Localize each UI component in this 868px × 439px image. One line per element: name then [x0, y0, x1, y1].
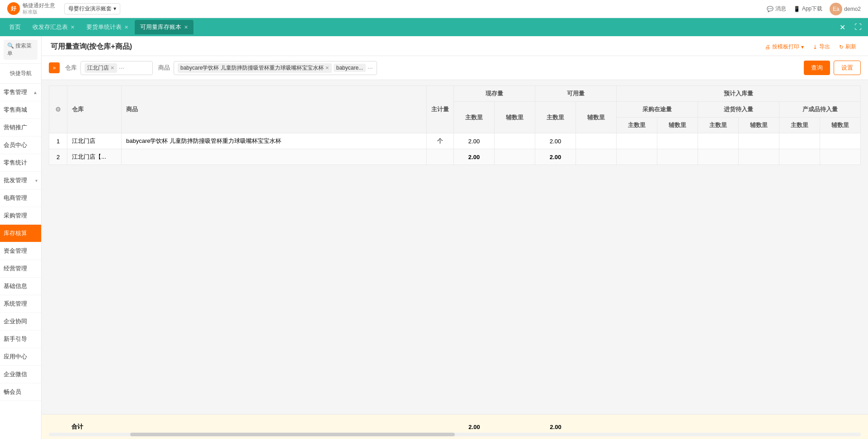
- finance-mgmt-label: 资金管理: [4, 247, 27, 255]
- message-btn[interactable]: 💬 消息: [767, 5, 786, 13]
- refresh-btn[interactable]: ↻ 刷新: [836, 42, 859, 52]
- sidebar-item-basic-info[interactable]: 基础信息: [0, 278, 41, 295]
- query-button[interactable]: 查询: [804, 61, 830, 75]
- product-filter-more-icon[interactable]: ···: [368, 64, 373, 71]
- warehouse-filter-more-icon[interactable]: ···: [119, 64, 124, 71]
- cell-seq-2: 2: [49, 149, 67, 165]
- th-avail-aux: 辅数里: [576, 102, 617, 133]
- th-seq: ⚙: [49, 86, 67, 133]
- sidebar-item-retail-shop[interactable]: 零售商城: [0, 101, 41, 119]
- horizontal-scrollbar[interactable]: [42, 432, 868, 437]
- chevron-down-icon: ▾: [113, 5, 116, 12]
- enterprise-wechat-label: 企业微信: [4, 370, 27, 378]
- tab-bar: 首页 收发存汇总表 ✕ 要货单统计表 ✕ 可用量库存账本 ✕ ✕ ⛶: [0, 18, 868, 36]
- sidebar-item-member-center[interactable]: 会员中心: [0, 137, 41, 154]
- search-menu-btn[interactable]: 🔍 搜索菜单: [4, 40, 38, 60]
- sidebar-item-ecommerce-mgmt[interactable]: 电商管理: [0, 189, 41, 207]
- newbie-guide-label: 新手引导: [4, 335, 27, 343]
- filter-expand-btn[interactable]: »: [49, 62, 60, 73]
- th-main-unit: 主计量: [427, 86, 454, 133]
- setting-button[interactable]: 设置: [834, 61, 861, 75]
- business-mgmt-label: 经营管理: [4, 264, 27, 273]
- cell-purchase-aux-2: [657, 149, 698, 165]
- retail-mgmt-label: 零售管理: [4, 88, 27, 96]
- tab-order-stats[interactable]: 要货单统计表 ✕: [81, 20, 134, 34]
- product-tag1-close-icon[interactable]: ✕: [325, 65, 329, 71]
- cell-inbound-main-1: [698, 133, 739, 149]
- th-current-main: 主数里: [454, 102, 495, 133]
- warehouse-tag-close-icon[interactable]: ✕: [110, 65, 114, 71]
- sidebar-item-app-center[interactable]: 应用中心: [0, 348, 41, 366]
- th-inbound-pending: 进货待入量: [698, 102, 779, 118]
- sidebar-item-enterprise-wechat[interactable]: 企业微信: [0, 366, 41, 383]
- sidebar-item-enterprise-collab[interactable]: 企业协同: [0, 313, 41, 330]
- sidebar-item-retail-mgmt[interactable]: 零售管理 ▲: [0, 84, 41, 101]
- cell-inbound-aux-2: [739, 149, 779, 165]
- sidebar-item-system-mgmt[interactable]: 系统管理: [0, 295, 41, 313]
- sidebar-item-inventory-check[interactable]: 库存核算: [0, 225, 41, 242]
- sidebar-menu: 零售管理 ▲ 零售商城 营销推广 会员中心 零售统计 批发管理 ▾ 电商管理: [0, 84, 41, 401]
- available-stock-label: 可用量库存账本: [140, 23, 181, 31]
- top-bar-right: 💬 消息 📱 App下载 Ea demo2: [767, 3, 861, 15]
- tab-available-stock[interactable]: 可用量库存账本 ✕: [135, 20, 193, 34]
- close-available-stock-icon[interactable]: ✕: [184, 24, 188, 30]
- scrollbar-track: [49, 433, 861, 436]
- product-filter-tag1: babycare学饮杯 儿童防摔防撞吸管杯重力球吸嘴杯宝宝水杯 ✕: [178, 63, 332, 73]
- enterprise-collab-label: 企业协同: [4, 317, 27, 326]
- cell-production-main-1: [779, 133, 820, 149]
- warehouse-filter-input[interactable]: 江北门店 ✕ ···: [80, 61, 153, 75]
- sidebar-item-marketing[interactable]: 营销推广: [0, 119, 41, 137]
- sidebar-item-newbie-guide[interactable]: 新手引导: [0, 330, 41, 348]
- print-icon: 🖨: [765, 44, 770, 50]
- table-area: ⚙ 仓库 商品 主计量 现存量 可用量 预计入库量 主数里 辅数里 主数里 辅数…: [42, 80, 868, 414]
- product-filter-input[interactable]: babycare学饮杯 儿童防摔防撞吸管杯重力球吸嘴杯宝宝水杯 ✕ babyca…: [174, 61, 377, 75]
- page-header: 可用量查询(按仓库+商品) 🖨 按模板打印 ▾ ⤓ 导出 ↻ 刷新: [42, 36, 868, 56]
- sidebar-item-purchase-mgmt[interactable]: 采购管理: [0, 207, 41, 225]
- industry-selector[interactable]: 母婴行业演示账套 ▾: [64, 3, 120, 14]
- cell-inbound-aux-1: [739, 133, 779, 149]
- cell-inbound-main-2: [698, 149, 739, 165]
- close-order-stats-icon[interactable]: ✕: [124, 24, 128, 30]
- close-receive-summary-icon[interactable]: ✕: [71, 24, 75, 30]
- top-bar: 好 畅捷通好生意 标准版 母婴行业演示账套 ▾ 💬 消息 📱 App下载 Ea …: [0, 0, 868, 18]
- print-btn[interactable]: 🖨 按模板打印 ▾: [762, 42, 807, 52]
- sidebar-quick-nav[interactable]: 快捷导航: [0, 66, 41, 80]
- th-planned-inbound: 预计入库量: [617, 86, 861, 102]
- maximize-btn[interactable]: ⛶: [852, 22, 864, 32]
- th-purchase-main: 主数里: [617, 118, 657, 133]
- export-btn[interactable]: ⤓ 导出: [810, 42, 833, 52]
- top-bar-left: 好 畅捷通好生意 标准版 母婴行业演示账套 ▾: [7, 2, 120, 15]
- user-profile[interactable]: Ea demo2: [830, 3, 861, 15]
- scrollbar-thumb[interactable]: [130, 433, 455, 436]
- gear-icon[interactable]: ⚙: [55, 106, 61, 113]
- product-filter-group: 商品 babycare学饮杯 儿童防摔防撞吸管杯重力球吸嘴杯宝宝水杯 ✕ bab…: [158, 61, 377, 75]
- sidebar-item-business-mgmt[interactable]: 经营管理: [0, 260, 41, 278]
- th-production-main: 主数里: [779, 118, 820, 133]
- cell-production-main-2: [779, 149, 820, 165]
- logo-icon: 好: [7, 2, 20, 15]
- app-center-label: 应用中心: [4, 353, 27, 361]
- retail-mgmt-arrow: ▲: [33, 90, 38, 95]
- filter-actions: 查询 设置: [804, 61, 861, 75]
- home-tab-label: 首页: [9, 23, 21, 31]
- download-icon: 📱: [793, 6, 800, 12]
- tab-home[interactable]: 首页: [4, 20, 26, 34]
- cell-current-aux-1: [495, 133, 535, 149]
- tab-receive-summary[interactable]: 收发存汇总表 ✕: [27, 20, 80, 34]
- cell-purchase-main-2: [617, 149, 657, 165]
- sidebar-item-member[interactable]: 畅会员: [0, 383, 41, 401]
- cell-current-main-2: 2.00: [454, 149, 495, 165]
- app-download-btn[interactable]: 📱 App下载: [793, 5, 822, 13]
- sidebar-item-finance-mgmt[interactable]: 资金管理: [0, 242, 41, 260]
- close-all-tabs-btn[interactable]: ✕: [837, 22, 848, 33]
- sidebar-item-wholesale-mgmt[interactable]: 批发管理 ▾: [0, 172, 41, 189]
- page-title: 可用量查询(按仓库+商品): [51, 42, 132, 52]
- content-area: 可用量查询(按仓库+商品) 🖨 按模板打印 ▾ ⤓ 导出 ↻ 刷新: [42, 36, 868, 439]
- th-production-pending: 产成品待入量: [779, 102, 861, 118]
- order-stats-label: 要货单统计表: [86, 23, 122, 31]
- sidebar-item-retail-stats[interactable]: 零售统计: [0, 154, 41, 172]
- tab-bar-right: ✕ ⛶: [837, 22, 864, 33]
- member-label: 畅会员: [4, 388, 21, 396]
- wholesale-mgmt-arrow: ▾: [35, 178, 38, 183]
- expand-icon: »: [53, 65, 56, 71]
